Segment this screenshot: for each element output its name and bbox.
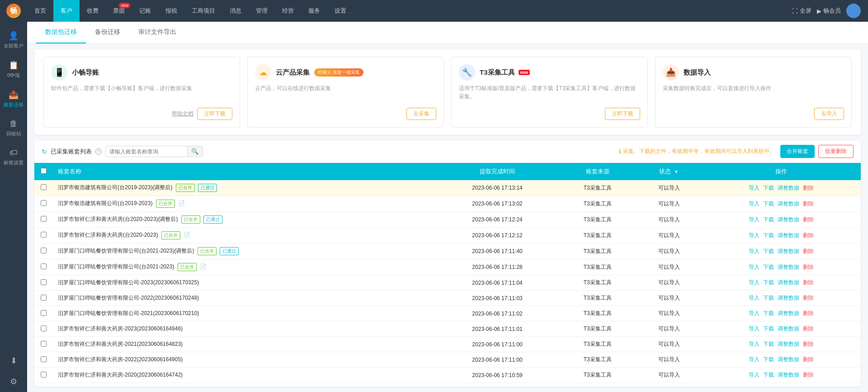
action-下载[interactable]: 下载 (763, 341, 774, 347)
merge-accounts-btn[interactable]: 合并账套 (780, 145, 815, 158)
action-删除[interactable]: 删除 (803, 325, 814, 332)
action-调整数据[interactable]: 调整数据 (778, 372, 799, 378)
action-下载[interactable]: 下载 (763, 279, 774, 286)
action-调整数据[interactable]: 调整数据 (778, 232, 799, 239)
action-导入[interactable]: 导入 (749, 216, 760, 223)
row-checkbox[interactable] (41, 341, 47, 347)
action-下载[interactable]: 下载 (763, 372, 774, 378)
nav-setting[interactable]: 设置 (327, 0, 354, 22)
search-input[interactable] (106, 147, 187, 157)
nav-operation[interactable]: 经营 (275, 0, 301, 22)
action-下载[interactable]: 下载 (763, 295, 774, 301)
action-下载[interactable]: 下载 (763, 356, 774, 363)
nav-service[interactable]: 服务 (301, 0, 327, 22)
xc-help-btn[interactable]: 帮助文档 (172, 110, 193, 118)
action-导入[interactable]: 导入 (749, 279, 760, 286)
action-导入[interactable]: 导入 (749, 295, 760, 301)
row-checkbox[interactable] (41, 295, 47, 301)
action-下载[interactable]: 下载 (763, 248, 774, 254)
member-btn[interactable]: ▶ 畅会员 (817, 7, 841, 15)
tab-data-migrate[interactable]: 数据包迁移 (36, 22, 86, 43)
ycp-collect-btn[interactable]: 去采集 (406, 108, 436, 120)
tab-backup-migrate[interactable]: 备份迁移 (86, 22, 129, 43)
row-checkbox[interactable] (41, 356, 47, 362)
nav-home[interactable]: 首页 (27, 0, 53, 22)
dr-import-btn[interactable]: 去导入 (814, 108, 844, 120)
action-调整数据[interactable]: 调整数据 (778, 248, 799, 254)
action-删除[interactable]: 删除 (803, 279, 814, 286)
action-删除[interactable]: 删除 (803, 201, 814, 207)
sidebar-item-recycle[interactable]: 🗑 回收站 (0, 114, 27, 143)
action-调整数据[interactable]: 调整数据 (778, 310, 799, 316)
row-checkbox[interactable] (41, 200, 47, 206)
action-导入[interactable]: 导入 (749, 264, 760, 270)
action-导入[interactable]: 导入 (749, 341, 760, 347)
row-checkbox[interactable] (41, 372, 47, 378)
action-下载[interactable]: 下载 (763, 264, 774, 270)
nav-fee[interactable]: 收费 (80, 0, 106, 22)
sidebar-item-tag-setting[interactable]: 🏷 标签设置 (0, 143, 27, 172)
action-删除[interactable]: 删除 (803, 264, 814, 270)
sidebar-item-zero-declare[interactable]: 📋 0申报 (0, 55, 27, 84)
row-checkbox[interactable] (41, 325, 47, 331)
action-调整数据[interactable]: 调整数据 (778, 295, 799, 301)
col-status[interactable]: 状态 ▼ (637, 163, 702, 180)
action-调整数据[interactable]: 调整数据 (778, 325, 799, 332)
sidebar-item-all-customers[interactable]: 👤 全部客户 (0, 25, 27, 55)
action-调整数据[interactable]: 调整数据 (778, 279, 799, 286)
action-下载[interactable]: 下载 (763, 185, 774, 191)
file-icon[interactable]: 📄 (200, 263, 207, 270)
action-下载[interactable]: 下载 (763, 216, 774, 223)
action-删除[interactable]: 删除 (803, 185, 814, 191)
nav-tax[interactable]: 报税 (158, 0, 184, 22)
row-checkbox[interactable] (41, 263, 47, 269)
nav-customer[interactable]: 客户 (53, 0, 80, 22)
action-导入[interactable]: 导入 (749, 310, 760, 316)
batch-delete-btn[interactable]: 批量删除 (818, 145, 854, 158)
action-删除[interactable]: 删除 (803, 310, 814, 316)
row-checkbox[interactable] (41, 232, 47, 238)
action-导入[interactable]: 导入 (749, 356, 760, 363)
action-下载[interactable]: 下载 (763, 232, 774, 239)
action-删除[interactable]: 删除 (803, 356, 814, 363)
file-icon[interactable]: 📄 (184, 232, 190, 238)
action-下载[interactable]: 下载 (763, 201, 774, 207)
action-导入[interactable]: 导入 (749, 325, 760, 332)
xc-download-btn[interactable]: 立即下载 (197, 108, 232, 120)
action-删除[interactable]: 删除 (803, 248, 814, 254)
action-删除[interactable]: 删除 (803, 372, 814, 378)
action-删除[interactable]: 删除 (803, 232, 814, 239)
select-all-checkbox[interactable] (41, 168, 47, 174)
nav-manage[interactable]: 管理 (249, 0, 275, 22)
user-avatar[interactable] (846, 4, 861, 18)
file-icon[interactable]: 📄 (178, 200, 185, 206)
help-icon[interactable]: ? (95, 148, 102, 155)
sidebar-item-download[interactable]: ⬇ (10, 350, 17, 371)
row-checkbox[interactable] (41, 279, 47, 285)
action-调整数据[interactable]: 调整数据 (778, 201, 799, 207)
t3-download-btn[interactable]: 立即下载 (605, 108, 640, 120)
search-button[interactable]: 🔍 (187, 146, 203, 157)
action-导入[interactable]: 导入 (749, 248, 760, 254)
action-下载[interactable]: 下载 (763, 310, 774, 316)
action-导入[interactable]: 导入 (749, 232, 760, 239)
sidebar-item-settings[interactable]: ⚙ (10, 371, 17, 392)
nav-message[interactable]: 消息 (222, 0, 249, 22)
action-导入[interactable]: 导入 (749, 372, 760, 378)
action-删除[interactable]: 删除 (803, 295, 814, 301)
action-下载[interactable]: 下载 (763, 325, 774, 332)
action-删除[interactable]: 删除 (803, 341, 814, 347)
row-checkbox[interactable] (41, 248, 47, 253)
row-checkbox[interactable] (41, 310, 47, 316)
row-checkbox[interactable] (41, 184, 47, 190)
nav-bookkeeping[interactable]: 记账 (132, 0, 158, 22)
nav-invoice[interactable]: 票据new (106, 0, 132, 22)
row-checkbox[interactable] (41, 216, 47, 222)
nav-business[interactable]: 工商项目 (184, 0, 222, 22)
refresh-icon[interactable]: ↻ (42, 148, 47, 155)
sidebar-item-account-migrate[interactable]: 📤 账套迁移 (0, 84, 27, 114)
fullscreen-btn[interactable]: ⛶ 全屏 (792, 7, 811, 15)
action-导入[interactable]: 导入 (749, 201, 760, 207)
action-调整数据[interactable]: 调整数据 (778, 341, 799, 347)
action-调整数据[interactable]: 调整数据 (778, 264, 799, 270)
